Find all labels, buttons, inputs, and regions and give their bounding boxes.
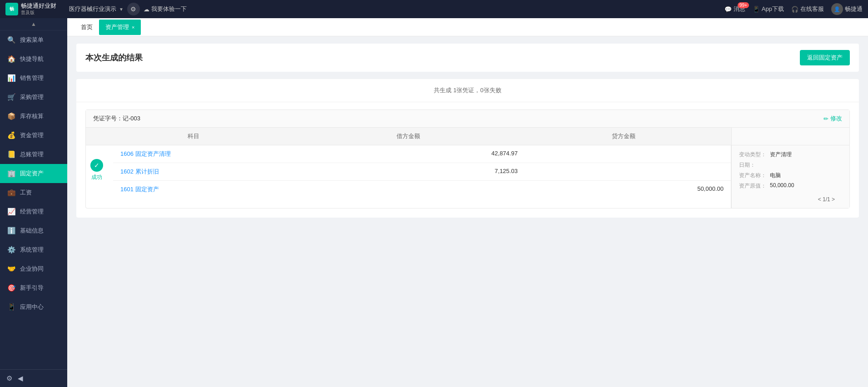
edit-icon: ✏ (823, 115, 828, 122)
right-info-panel: 变动类型： 资产清理 日期： 资产名称： 电脑 (731, 145, 849, 208)
sidebar-item-search[interactable]: 🔍 搜索菜单 (0, 30, 67, 50)
date-label: 日期： (739, 161, 755, 169)
sidebar-label-quick-nav: 快捷导航 (20, 55, 44, 63)
sidebar-item-fixed-assets[interactable]: 🏢 固定资产 (0, 164, 67, 183)
header-right: 💬 消息 99+ 📱 App下载 🎧 在线客服 👤 畅捷通 (724, 3, 863, 15)
success-indicator: ✓ 成功 (90, 154, 103, 186)
sidebar-label-ledger: 总账管理 (20, 150, 44, 159)
main-layout: ▲ 🔍 搜索菜单 🏠 快捷导航 📊 销售管理 🛒 采购管理 📦 库存核算 💰 资… (0, 18, 868, 387)
th-credit: 贷方金额 (516, 128, 731, 145)
sidebar-label-system: 系统管理 (20, 246, 44, 254)
original-value-value: 50,000.00 (770, 182, 794, 190)
guide-icon: 🎯 (7, 284, 15, 292)
cloud-icon: ☁ (144, 6, 149, 13)
voucher-table: 科目 借方金额 贷方金额 ✓ (86, 128, 849, 208)
collapse-icon[interactable]: ◀ (18, 374, 23, 382)
search-icon: 🔍 (7, 36, 15, 44)
th-right-panel (731, 128, 849, 145)
edit-label: 修改 (830, 114, 842, 123)
sidebar-item-system[interactable]: ⚙️ 系统管理 (0, 240, 67, 259)
subject-cell-2[interactable]: 1602 累计折旧 (113, 163, 319, 180)
pagination[interactable]: < 1/1 > (739, 193, 842, 203)
original-value-label: 资产原值： (739, 182, 766, 190)
company-selector[interactable]: 医疗器械行业演示 ▼ (69, 5, 124, 13)
status-column: ✓ 成功 (86, 145, 113, 208)
page-header: 本次生成的结果 返回固定资产 (76, 44, 859, 72)
online-service-button[interactable]: 🎧 在线客服 (791, 5, 824, 13)
debit-cell-3 (319, 181, 525, 198)
type-value: 资产清理 (770, 151, 792, 159)
tab-asset-management[interactable]: 资产管理 × (99, 20, 141, 35)
result-summary: 共生成 1张凭证，0张失败 (76, 79, 859, 102)
logo-text-area: 畅捷通好业财 普及版 (21, 2, 56, 16)
tab-home[interactable]: 首页 (74, 20, 99, 35)
sidebar-label-app-center: 应用中心 (20, 303, 44, 311)
th-subject: 科目 (86, 128, 301, 145)
sidebar-item-guide[interactable]: 🎯 新手引导 (0, 278, 67, 298)
sidebar-item-enterprise[interactable]: 🤝 企业协同 (0, 259, 67, 278)
sidebar-item-finance[interactable]: 💰 资金管理 (0, 126, 67, 145)
sidebar-item-app-center[interactable]: 📱 应用中心 (0, 298, 67, 317)
finance-icon: 💰 (7, 131, 15, 139)
app-download-label: App下载 (762, 5, 784, 13)
asset-name-value: 电脑 (770, 172, 781, 179)
sidebar-scroll-up[interactable]: ▲ (0, 18, 67, 30)
return-button[interactable]: 返回固定资产 (800, 50, 850, 65)
top-header: 畅 畅捷通好业财 普及版 医疗器械行业演示 ▼ ⚙ ☁ 我要体验一下 💬 消息 … (0, 0, 868, 18)
logo-area: 畅 畅捷通好业财 普及版 (5, 2, 56, 16)
edit-button[interactable]: ✏ 修改 (823, 114, 842, 123)
operations-icon: 📈 (7, 208, 15, 216)
company-name: 医疗器械行业演示 (69, 5, 116, 13)
subject-cell-3[interactable]: 1601 固定资产 (113, 181, 319, 198)
sidebar-item-purchase[interactable]: 🛒 采购管理 (0, 88, 67, 107)
sidebar-item-quick-nav[interactable]: 🏠 快捷导航 (0, 50, 67, 69)
sidebar-item-operations[interactable]: 📈 经营管理 (0, 202, 67, 221)
voucher-number: 凭证字号：记-003 (93, 114, 140, 123)
page-content: 本次生成的结果 返回固定资产 共生成 1张凭证，0张失败 凭证字号：记-003 … (67, 36, 868, 387)
online-service-label: 在线客服 (800, 5, 824, 13)
app-download-button[interactable]: 📱 App下载 (753, 5, 784, 13)
gear-icon[interactable]: ⚙ (6, 374, 12, 382)
table-body: ✓ 成功 1606 固定资产清理 42,874.97 (86, 145, 849, 208)
tab-asset-label: 资产管理 (105, 23, 129, 31)
date-row: 日期： (739, 161, 842, 169)
quick-nav-icon: 🏠 (7, 55, 15, 63)
sidebar-item-salary[interactable]: 💼 工资 (0, 183, 67, 202)
sidebar-item-basic-info[interactable]: ℹ️ 基础信息 (0, 221, 67, 240)
credit-cell-2 (525, 163, 731, 180)
logo-icon: 畅 (5, 3, 18, 15)
subject-cell-1[interactable]: 1606 固定资产清理 (113, 145, 319, 163)
sidebar-label-purchase: 采购管理 (20, 93, 44, 101)
debit-cell-1: 42,874.97 (319, 145, 525, 163)
avatar: 👤 (831, 3, 843, 15)
messages-button[interactable]: 💬 消息 99+ (724, 5, 745, 13)
result-area: 共生成 1张凭证，0张失败 凭证字号：记-003 ✏ 修改 (76, 79, 859, 218)
success-label: 成功 (91, 174, 102, 181)
experience-button[interactable]: ☁ 我要体验一下 (144, 5, 187, 13)
logo-sub: 普及版 (21, 10, 56, 16)
message-icon: 💬 (724, 6, 732, 13)
voucher-header: 凭证字号：记-003 ✏ 修改 (86, 110, 849, 128)
debit-cell-2: 7,125.03 (319, 163, 525, 180)
sidebar-label-salary: 工资 (20, 189, 32, 197)
sidebar-label-basic-info: 基础信息 (20, 227, 44, 235)
user-menu[interactable]: 👤 畅捷通 (831, 3, 863, 15)
settings-icon[interactable]: ⚙ (127, 3, 140, 15)
content-area: 首页 资产管理 × 本次生成的结果 返回固定资产 共生成 1张凭证，0张失败 凭… (67, 18, 868, 387)
page-title: 本次生成的结果 (85, 52, 143, 63)
sales-icon: 📊 (7, 74, 15, 82)
app-center-icon: 📱 (7, 303, 15, 311)
headset-icon: 🎧 (791, 6, 799, 13)
sidebar-item-inventory[interactable]: 📦 库存核算 (0, 107, 67, 126)
chevron-down-icon: ▼ (119, 7, 124, 12)
phone-icon: 📱 (753, 6, 760, 13)
table-row: 1601 固定资产 50,000.00 (113, 181, 731, 198)
sidebar-label-fixed-assets: 固定资产 (20, 169, 44, 178)
sidebar-label-search: 搜索菜单 (20, 36, 44, 44)
credit-cell-1 (525, 145, 731, 163)
tab-close-icon[interactable]: × (132, 25, 134, 30)
logo-title: 畅捷通好业财 (21, 2, 56, 10)
sidebar: ▲ 🔍 搜索菜单 🏠 快捷导航 📊 销售管理 🛒 采购管理 📦 库存核算 💰 资… (0, 18, 67, 387)
sidebar-item-ledger[interactable]: 📒 总账管理 (0, 145, 67, 164)
sidebar-item-sales[interactable]: 📊 销售管理 (0, 69, 67, 88)
